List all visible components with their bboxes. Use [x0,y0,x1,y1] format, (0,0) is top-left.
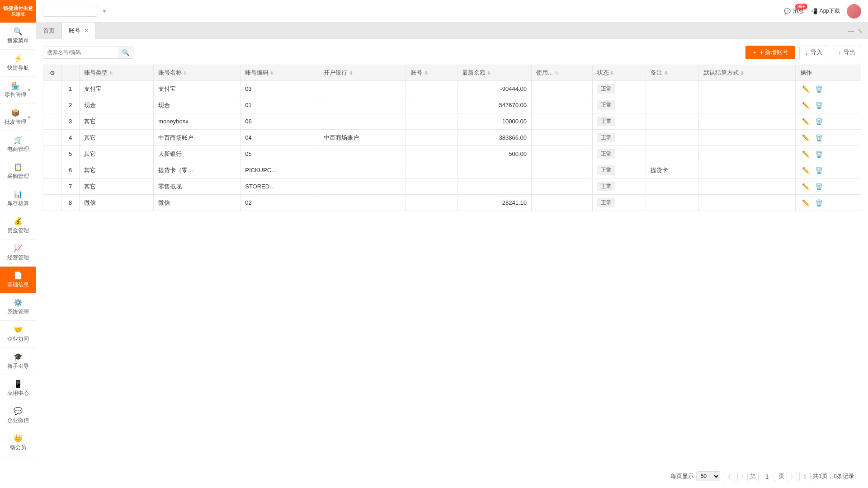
row-code: 03 [241,81,319,97]
col-name[interactable]: 账号名称 ⇅ [154,65,241,81]
delete-button[interactable]: 🗑️ [813,198,825,207]
row-default-settlement [698,195,796,211]
col-balance[interactable]: 最新余额 ⇅ [457,65,531,81]
table-header-row: ⚙ 账号类型 ⇅ 账号名称 ⇅ 账号编码 ⇅ [43,65,861,81]
next-page-button[interactable]: ⟩ [787,472,797,481]
page-size-label: 每页显示 [670,472,694,480]
col-status[interactable]: 状态 ⇅ [592,65,646,81]
row-account [406,130,458,146]
page-input[interactable] [758,472,776,481]
prev-page-button[interactable]: ⟨ [737,472,748,481]
edit-button[interactable]: ✏️ [800,150,811,159]
delete-button[interactable]: 🗑️ [813,166,825,175]
last-page-button[interactable]: ⟫ [799,472,811,481]
row-account [406,146,458,162]
row-type: 其它 [80,130,154,146]
col-code[interactable]: 账号编码 ⇅ [241,65,319,81]
sidebar-item-app-center[interactable]: 📱 应用中心 [0,375,36,402]
delete-button[interactable]: 🗑️ [813,101,825,110]
sort-icon: ⇅ [740,70,744,75]
col-bank[interactable]: 开户银行 ⇅ [319,65,406,81]
app-download-button[interactable]: 📲 App下载 [811,7,840,15]
row-account [406,162,458,178]
delete-button[interactable]: 🗑️ [813,84,825,94]
row-usage [532,113,593,130]
import-icon: ↓ [805,49,808,56]
row-balance [457,178,531,195]
delete-button[interactable]: 🗑️ [813,117,825,126]
row-status: 正常 [592,97,646,113]
import-button[interactable]: ↓ 导入 [799,46,828,59]
retail-mgmt-icon: 🏪 [11,81,20,90]
row-status: 正常 [592,130,646,146]
first-page-button[interactable]: ⟪ [724,472,735,481]
sidebar-item-basic-info[interactable]: 📄 基础信息 [0,267,36,294]
sidebar-item-vip-member[interactable]: 👑 畅会员 [0,429,36,456]
row-action: ✏️ 🗑️ [796,81,861,97]
sidebar-item-newcomer-guide[interactable]: 🎓 新手引导 [0,348,36,375]
sidebar-item-label: 基础信息 [7,281,29,289]
add-account-button[interactable]: ＋ + 新增账号 [745,46,795,59]
sidebar-item-inventory[interactable]: 📊 库存核算 [0,185,36,212]
message-button[interactable]: 💬 消息 99+ [784,7,804,15]
user-avatar[interactable] [847,4,861,19]
page-size-select[interactable]: 50 20 100 [696,471,720,481]
sidebar-item-label: 畅会员 [10,444,26,451]
sidebar-item-label: 搜索菜单 [7,37,29,45]
sort-icon: ⇅ [610,70,614,75]
delete-button[interactable]: 🗑️ [813,150,825,159]
row-settings [43,113,61,130]
edit-button[interactable]: ✏️ [800,182,811,191]
sidebar-item-label: 企业协同 [7,335,29,343]
delete-button[interactable]: 🗑️ [813,182,825,191]
row-action: ✏️ 🗑️ [796,146,861,162]
tab-close-icon[interactable]: ✕ [84,28,89,34]
sidebar-item-enterprise-agreement[interactable]: 🤝 企业协同 [0,321,36,348]
tab-minimize-button[interactable]: — [846,27,856,35]
sidebar-item-ecommerce-mgmt[interactable]: 🛒 电商管理 [0,131,36,158]
col-notes[interactable]: 备注 ⇅ [646,65,698,81]
sidebar-item-capital-mgmt[interactable]: 💰 资金管理 [0,212,36,239]
row-balance: 547670.00 [457,97,531,113]
edit-button[interactable]: ✏️ [800,117,811,126]
sidebar-item-quick-nav[interactable]: ⚡ 快捷导航 [0,50,36,77]
sidebar-item-wholesale-mgmt[interactable]: 📦 批发管理 ▼ [0,104,36,131]
tab-account[interactable]: 账号 ✕ [62,23,96,39]
edit-button[interactable]: ✏️ [800,133,811,142]
sidebar-item-system-mgmt[interactable]: ⚙️ 系统管理 [0,294,36,321]
edit-button[interactable]: ✏️ [800,166,811,175]
settings-icon[interactable]: ⚙ [50,70,55,76]
sidebar-item-search-menu[interactable]: 🔍 搜索菜单 [0,23,36,50]
col-usage[interactable]: 使用... ⇅ [532,65,593,81]
search-input[interactable] [43,47,118,58]
row-name: 中百商场账户 [154,130,241,146]
row-usage [532,146,593,162]
row-type: 支付宝 [80,81,154,97]
col-default-settlement[interactable]: 默认结算方式 ⇅ [698,65,796,81]
tab-maximize-button[interactable]: ⤡ [856,27,864,35]
export-button[interactable]: ↑ 导出 [833,46,862,59]
row-account [406,113,458,130]
edit-button[interactable]: ✏️ [800,101,811,110]
sidebar-item-retail-mgmt[interactable]: 🏪 零售管理 ▼ [0,77,36,104]
row-type: 其它 [80,146,154,162]
col-account[interactable]: 账号 ⇅ [406,65,458,81]
sidebar-item-purchase-mgmt[interactable]: 📋 采购管理 [0,158,36,185]
topbar-search-input[interactable] [43,6,97,17]
sort-icon: ⇅ [109,70,113,75]
tab-home[interactable]: 首页 [36,23,62,39]
row-bank [319,81,406,97]
row-action: ✏️ 🗑️ [796,130,861,146]
edit-button[interactable]: ✏️ [800,198,811,207]
col-type[interactable]: 账号类型 ⇅ [80,65,154,81]
row-code: 06 [241,113,319,130]
tab-home-label: 首页 [43,27,55,35]
delete-button[interactable]: 🗑️ [813,133,825,142]
edit-button[interactable]: ✏️ [800,84,811,94]
search-button[interactable]: 🔍 [118,47,133,58]
sidebar-item-enterprise-wechat[interactable]: 💬 企业微信 [0,402,36,429]
sort-icon: ⇅ [184,70,187,75]
row-bank [319,162,406,178]
sidebar-item-operation-mgmt[interactable]: 📈 经营管理 [0,239,36,267]
row-name: 现金 [154,97,241,113]
